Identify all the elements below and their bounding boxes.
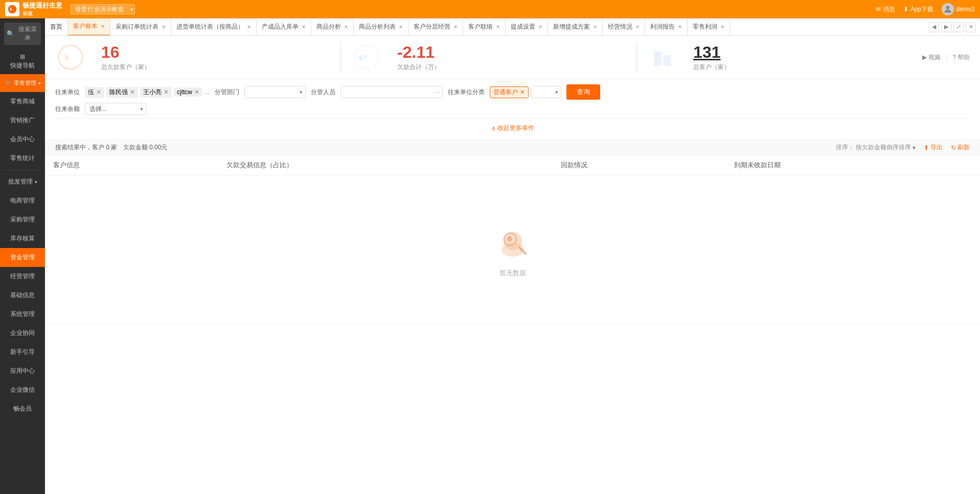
messages-btn[interactable]: ✉ 消息: [876, 5, 895, 14]
tab-close-all-btn[interactable]: ✕: [966, 22, 976, 32]
filter-more-btn[interactable]: ...: [204, 88, 210, 96]
svg-point-2: [946, 6, 950, 9]
tab-purchase-order-stats[interactable]: 采购订单统计表 ✕: [110, 18, 171, 36]
tab-customer-segment-close[interactable]: ✕: [453, 24, 458, 30]
filter-tag-chen-close[interactable]: ✕: [130, 88, 135, 96]
person-input-wrapper: ···: [340, 86, 443, 98]
sidebar-item-marketing[interactable]: 营销推广: [0, 111, 45, 130]
refresh-btn[interactable]: ↻ 刷新: [951, 143, 970, 152]
tab-customer-contact-close[interactable]: ✕: [496, 24, 500, 30]
collapse-btn[interactable]: ∧ 收起更多条件: [55, 122, 970, 134]
sort-btn[interactable]: 排序： 按欠款金额倒序排序 ▾: [836, 143, 916, 152]
sidebar-item-member-center[interactable]: 会员中心: [0, 130, 45, 149]
sort-chevron-icon: ▾: [913, 144, 916, 151]
sidebar-item-chang-member[interactable]: 畅会员: [0, 399, 45, 418]
sidebar-item-purchase-mgmt[interactable]: 采购管理: [0, 210, 45, 229]
empty-icon: [492, 221, 533, 262]
balance-select[interactable]: 选择...: [85, 103, 146, 115]
help-doc-btn[interactable]: ? 帮助: [952, 53, 970, 62]
sidebar-item-retail-stats[interactable]: 零售统计: [0, 149, 45, 168]
tab-purchase-order-stats-label: 采购订单统计表: [116, 23, 158, 31]
tab-goods-analysis-list[interactable]: 商品分析列表 ✕: [354, 18, 408, 36]
category-select[interactable]: [531, 86, 561, 98]
tab-business-status[interactable]: 经营情况 ✕: [603, 18, 645, 36]
money-stat-icon: 💎: [351, 42, 382, 73]
sidebar-item-sys-mgmt[interactable]: 系统管理: [0, 305, 45, 324]
tab-add-commission-close[interactable]: ✕: [593, 24, 597, 30]
filter-tag-normal-customer-close[interactable]: ✕: [520, 88, 525, 96]
content-area: 首页 客户账本 ✕ 采购订单统计表 ✕ 进货单统计表（按商品） ✕ 产成品入库单…: [45, 18, 980, 494]
sidebar-item-retail-mgmt[interactable]: 🛒 零售管理 ▾: [0, 74, 45, 92]
export-icon: ⬆: [924, 144, 929, 151]
tab-goods-purchase-stats-close[interactable]: ✕: [247, 24, 251, 30]
customer-stat-icon: ¥: [55, 42, 86, 73]
sidebar-item-enterprise-collab[interactable]: 企业协同: [0, 324, 45, 343]
tab-product-entry-close[interactable]: ✕: [302, 24, 306, 30]
svg-rect-8: [664, 55, 671, 66]
sidebar-item-quick-nav[interactable]: ⊞ 快捷导航: [0, 49, 45, 74]
sidebar-item-newbie-guide[interactable]: 新手引导: [0, 343, 45, 362]
stat-group-2: 💎 -2.11 欠款合计（万）: [351, 42, 626, 73]
app-download-btn[interactable]: ⬇ App下载: [903, 5, 933, 14]
tab-customer-ledger-close[interactable]: ✕: [101, 24, 105, 29]
tab-customer-ledger[interactable]: 客户账本 ✕: [68, 18, 110, 36]
sidebar-item-app-center[interactable]: 应用中心: [0, 362, 45, 380]
sidebar-item-retail-mall[interactable]: 零售商城: [0, 92, 45, 111]
sidebar-item-finance[interactable]: 资金管理: [0, 248, 45, 267]
main-content: ¥ 16 总欠款客户（家）: [45, 36, 980, 494]
filter-tag-wu: 伍 ✕: [85, 87, 104, 98]
dept-select[interactable]: [244, 86, 306, 98]
tab-commission-settings[interactable]: 提成设置 ✕: [506, 18, 548, 36]
table-wrapper: 客户信息 欠款交易信息（占比） 回款情况 到期未收款日期: [45, 155, 980, 324]
tab-customer-contact[interactable]: 客户联络 ✕: [463, 18, 506, 36]
sidebar-item-operations[interactable]: 经营管理: [0, 267, 45, 286]
tab-profit-report-close[interactable]: ✕: [678, 24, 682, 30]
tab-profit-report[interactable]: 利润报告 ✕: [645, 18, 688, 36]
tab-purchase-order-stats-close[interactable]: ✕: [162, 24, 166, 30]
filter-tag-cjttcw: cjttcw ✕: [174, 87, 202, 97]
tab-commission-settings-label: 提成设置: [511, 23, 535, 31]
suite-select[interactable]: 母婴行业演示帐套: [71, 4, 135, 14]
tab-home[interactable]: 首页: [45, 18, 68, 36]
sidebar-item-wholesale-mgmt[interactable]: 批发管理▾: [0, 172, 45, 191]
app-subtitle: 标版: [22, 10, 62, 17]
person-input[interactable]: [340, 86, 443, 98]
tab-add-commission[interactable]: 新增提成方案 ✕: [548, 18, 603, 36]
chevron-up-icon: ∧: [491, 125, 496, 132]
video-help-btn[interactable]: ▶ 视频: [922, 53, 941, 62]
avatar: [942, 3, 954, 15]
suite-selector[interactable]: 母婴行业演示帐套 ▾: [71, 4, 135, 14]
tab-next-btn[interactable]: ▶: [941, 22, 951, 32]
filter-tag-cjttcw-close[interactable]: ✕: [194, 88, 199, 96]
tab-home-label: 首页: [50, 23, 62, 31]
tab-business-status-close[interactable]: ✕: [635, 24, 640, 30]
tab-product-entry[interactable]: 产成品入库单 ✕: [257, 18, 311, 36]
tab-goods-purchase-stats[interactable]: 进货单统计表（按商品） ✕: [171, 18, 257, 36]
tab-goods-analysis-list-close[interactable]: ✕: [399, 24, 403, 30]
tab-maximize-btn[interactable]: ⤢: [953, 22, 964, 32]
tab-retail-profit[interactable]: 零售利润 ✕: [688, 18, 730, 36]
tab-prev-btn[interactable]: ◀: [929, 22, 939, 32]
tab-goods-analysis-close[interactable]: ✕: [344, 24, 348, 30]
col-customer-info: 客户信息: [45, 155, 218, 175]
sidebar-item-ecommerce[interactable]: 电商管理: [0, 191, 45, 210]
sidebar-item-basic-info[interactable]: 基础信息: [0, 286, 45, 305]
user-btn[interactable]: demo2: [942, 3, 975, 15]
tab-commission-settings-close[interactable]: ✕: [538, 24, 542, 30]
tab-retail-profit-close[interactable]: ✕: [720, 24, 724, 30]
sidebar-item-enterprise-wechat[interactable]: 企业微信: [0, 380, 45, 399]
export-btn[interactable]: ⬆ 导出: [924, 143, 943, 152]
sidebar-item-inventory[interactable]: 库存核算: [0, 229, 45, 248]
category-filter-label: 往来单位分类: [448, 88, 485, 97]
filter-tag-wu-close[interactable]: ✕: [96, 88, 101, 96]
filter-tag-wang-close[interactable]: ✕: [164, 88, 169, 96]
tab-customer-segment[interactable]: 客户分层经营 ✕: [408, 18, 463, 36]
query-btn[interactable]: 查询: [566, 84, 600, 100]
search-menu-btn[interactable]: 🔍 搜索菜单: [4, 23, 41, 45]
svg-text:¥: ¥: [10, 7, 12, 12]
tab-add-commission-label: 新增提成方案: [553, 23, 590, 31]
tab-goods-analysis[interactable]: 商品分析 ✕: [311, 18, 354, 36]
dept-filter-label: 分管部门: [215, 88, 239, 97]
help-btns: ▶ 视频 | ? 帮助: [922, 53, 970, 62]
results-bar: 搜索结果中，客户 0 家 欠款金额 0.00元 排序： 按欠款金额倒序排序 ▾: [45, 140, 980, 155]
